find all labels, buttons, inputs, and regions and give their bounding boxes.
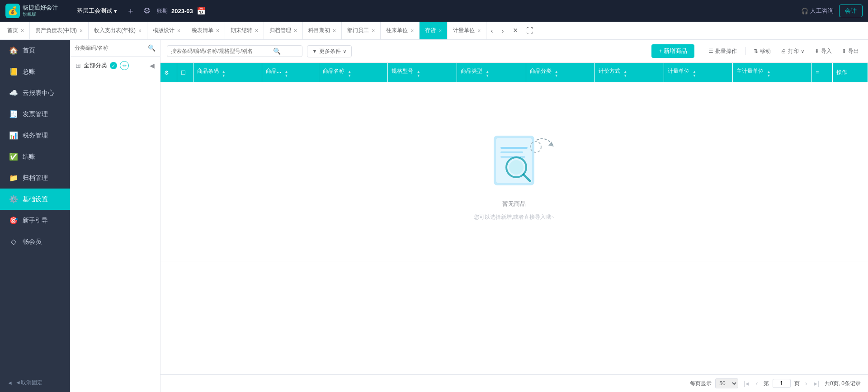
sidebar-item-guide[interactable]: 🎯 新手引导 xyxy=(0,210,70,231)
batch-icon: ☰ xyxy=(708,48,713,54)
tab-bar: 首页 × 资产负债表(中期) × 收入支出表(年报) × 模版设计 × 税表清单… xyxy=(0,22,868,40)
th-pricing: 计价方式 ▲▼ xyxy=(595,63,664,82)
import-button[interactable]: ⬇ 导入 xyxy=(812,46,835,57)
sidebar-item-archive[interactable]: 📁 归档管理 xyxy=(0,167,70,189)
sort-icon: ▲▼ xyxy=(486,70,489,78)
logo-text: 畅捷通好会计 旗舰版 xyxy=(23,4,58,18)
tab-close-icon[interactable]: × xyxy=(439,28,442,34)
th-settings[interactable]: ⚙ xyxy=(160,63,177,82)
filter-chevron-icon: ∨ xyxy=(343,48,347,54)
print-button[interactable]: 🖨 打印 ∨ xyxy=(778,46,807,57)
svg-rect-2 xyxy=(500,147,528,149)
last-page-button[interactable]: ▸| xyxy=(812,379,821,388)
home-icon: 🏠 xyxy=(9,46,18,55)
th-unit: 计量单位 ▲▼ xyxy=(664,63,733,82)
batch-operation-button[interactable]: ☰ 批量操作 xyxy=(706,46,740,57)
sidebar-item-tax[interactable]: 📊 税务管理 xyxy=(0,125,70,146)
filter-icon: ▼ xyxy=(312,48,317,54)
tab-close-icon[interactable]: × xyxy=(410,28,414,34)
tab-close-icon[interactable]: × xyxy=(138,28,142,34)
unpin-button[interactable]: ◄ ◄取消固定 xyxy=(7,379,63,387)
sort-icon: ▲▼ xyxy=(284,70,288,78)
page-size-select[interactable]: 50 100 200 xyxy=(715,378,738,388)
tab-close-all-button[interactable]: × xyxy=(508,22,523,39)
settings-icon[interactable]: ⚙ xyxy=(141,5,153,17)
th-name: 商品名称 ▲▼ xyxy=(319,63,388,82)
guide-icon: 🎯 xyxy=(9,216,18,225)
category-panel: 🔍 ⊞ 全部分类 ✓ ✏ ◀ xyxy=(70,40,160,392)
tab-close-icon[interactable]: × xyxy=(21,28,24,34)
tab-close-icon[interactable]: × xyxy=(294,28,297,34)
category-search-input[interactable] xyxy=(75,45,146,51)
tab-close-icon[interactable]: × xyxy=(216,28,219,34)
tab-close-icon[interactable]: × xyxy=(80,28,83,34)
svg-rect-3 xyxy=(500,151,523,153)
more-filter-button[interactable]: ▼ 更多条件 ∨ xyxy=(307,45,352,57)
page-number-input[interactable]: 1 xyxy=(773,379,791,388)
sidebar-item-settlement[interactable]: ✅ 结账 xyxy=(0,146,70,167)
print-icon: 🖨 xyxy=(781,48,786,54)
tab-homepage[interactable]: 首页 × xyxy=(2,22,30,39)
tab-close-icon[interactable]: × xyxy=(255,28,258,34)
calendar-icon[interactable]: 📅 xyxy=(197,7,206,15)
first-page-button[interactable]: |◂ xyxy=(742,379,750,388)
add-tab-button[interactable]: ＋ xyxy=(124,5,137,17)
collapse-panel-button[interactable]: ◀ xyxy=(150,62,155,69)
maximize-icon[interactable]: ⛶ xyxy=(523,22,537,39)
tab-period-carry[interactable]: 期末结转 × xyxy=(225,22,264,39)
th-spec: 规格型号 ▲▼ xyxy=(388,63,457,82)
category-header[interactable]: ⊞ 全部分类 ✓ ✏ ◀ xyxy=(70,57,160,75)
prev-page-button[interactable]: ‹ xyxy=(754,379,760,388)
print-chevron-icon: ∨ xyxy=(801,48,805,54)
export-button[interactable]: ⬆ 导出 xyxy=(839,46,862,57)
tab-dept-staff[interactable]: 部门员工 × xyxy=(342,22,381,39)
tab-archive-mgmt[interactable]: 归档管理 × xyxy=(264,22,303,39)
move-icon: ⇅ xyxy=(754,48,758,54)
tab-close-icon[interactable]: × xyxy=(372,28,375,34)
th-code: 商品... ▲▼ xyxy=(262,63,319,82)
invoice-icon: 🧾 xyxy=(9,110,18,118)
product-search-input[interactable] xyxy=(171,48,270,54)
tab-next-button[interactable]: › xyxy=(497,22,508,39)
ledger-icon: 📒 xyxy=(9,67,18,76)
company-selector[interactable]: 基层工会测试 ▾ xyxy=(77,7,117,15)
account-button[interactable]: 会计 xyxy=(839,5,863,17)
sidebar-item-vip[interactable]: ◇ 畅会员 xyxy=(0,231,70,252)
chevron-down-icon: ▾ xyxy=(114,8,117,14)
consult-button[interactable]: 🎧 人工咨询 xyxy=(801,7,834,15)
move-button[interactable]: ⇅ 移动 xyxy=(751,46,774,57)
th-checkbox[interactable]: ☐ xyxy=(177,63,193,82)
sidebar-item-settings[interactable]: ⚙️ 基础设置 xyxy=(0,189,70,210)
search-submit-icon[interactable]: 🔍 xyxy=(273,47,281,55)
category-search-icon[interactable]: 🔍 xyxy=(148,44,156,52)
tab-close-icon[interactable]: × xyxy=(477,28,481,34)
tab-customer[interactable]: 往来单位 × xyxy=(381,22,420,39)
tab-close-icon[interactable]: × xyxy=(333,28,336,34)
pagination-bar: 每页显示 50 100 200 |◂ ‹ 第 1 页 › ▸| 共0页, 0条记… xyxy=(160,374,868,392)
new-product-button[interactable]: + 新增商品 xyxy=(651,44,694,58)
empty-illustration xyxy=(469,122,559,194)
edit-category-icon[interactable]: ✏ xyxy=(120,61,129,70)
th-type: 商品类型 ▲▼ xyxy=(457,63,526,82)
tab-income-statement[interactable]: 收入支出表(年报) × xyxy=(89,22,147,39)
sidebar-item-home[interactable]: 🏠 首页 xyxy=(0,40,70,61)
tab-tax-list[interactable]: 税表清单 × xyxy=(186,22,225,39)
sidebar-bottom: ◄ ◄取消固定 xyxy=(0,373,70,392)
tab-close-icon[interactable]: × xyxy=(177,28,180,34)
tab-prev-button[interactable]: ‹ xyxy=(486,22,497,39)
tab-unit[interactable]: 计量单位 × xyxy=(448,22,486,39)
sidebar-item-ledger[interactable]: 📒 总账 xyxy=(0,61,70,82)
next-page-button[interactable]: › xyxy=(803,379,809,388)
th-more[interactable]: ≡ xyxy=(812,63,833,82)
th-barcode: 商品条码 ▲▼ xyxy=(193,63,262,82)
divider xyxy=(700,47,700,55)
tab-subject-init[interactable]: 科目期初 × xyxy=(303,22,342,39)
tab-template-design[interactable]: 模版设计 × xyxy=(147,22,186,39)
sidebar-item-invoice[interactable]: 🧾 发票管理 xyxy=(0,104,70,125)
tab-inventory[interactable]: 存货 × xyxy=(420,22,448,39)
settings-gear-icon: ⚙️ xyxy=(9,195,18,203)
import-icon: ⬇ xyxy=(815,48,819,54)
vip-icon: ◇ xyxy=(9,237,18,246)
tab-balance-sheet[interactable]: 资产负债表(中期) × xyxy=(30,22,89,39)
sidebar-item-cloud-report[interactable]: ☁️ 云报表中心 xyxy=(0,82,70,104)
